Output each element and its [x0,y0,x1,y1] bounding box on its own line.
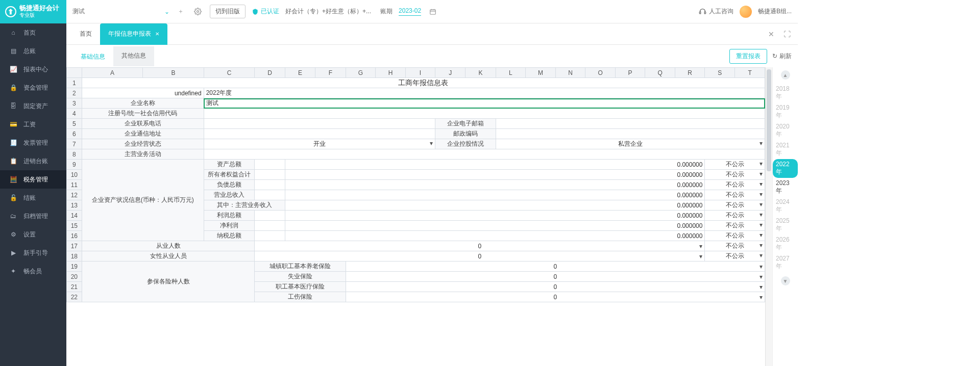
row-header[interactable]: 19 [67,262,82,272]
row-header[interactable]: 16 [67,231,82,241]
col-header[interactable]: T [735,68,765,78]
cell[interactable] [255,180,285,190]
cell[interactable] [255,221,285,231]
period-value[interactable]: 2023-02 [399,7,421,16]
row-header[interactable]: 1 [67,78,82,88]
cell[interactable] [255,190,285,200]
col-header[interactable]: G [346,68,376,78]
nav-item-11[interactable]: ⚙设置 [0,225,66,244]
row-header[interactable]: 10 [67,170,82,180]
col-header[interactable]: P [615,68,645,78]
calendar-icon[interactable] [427,6,438,17]
disclosure-select[interactable]: 不公示 [705,251,765,262]
add-icon[interactable]: ＋ [176,5,186,18]
nav-item-8[interactable]: 🧮税务管理 [0,170,66,189]
spreadsheet[interactable]: ABCDEFGHIJKLMNOPQRST1工商年报信息表2undefined20… [66,67,765,366]
cell[interactable] [496,119,765,129]
disclosure-select[interactable]: 不公示 [705,211,765,221]
tab-annual-report[interactable]: 年报信息申报表 ✕ [100,23,167,45]
row-header[interactable]: 15 [67,221,82,231]
tab-home[interactable]: 首页 [71,23,100,45]
year-item[interactable]: 2021年 [773,140,798,159]
row-header[interactable]: 4 [67,109,82,119]
year-item[interactable]: 2022年 [773,159,798,178]
cell[interactable]: 0 [255,251,705,262]
row-header[interactable]: 5 [67,119,82,129]
cell[interactable] [496,129,765,139]
close-icon[interactable]: ✕ [155,31,159,37]
row-header[interactable]: 18 [67,251,82,262]
cell[interactable] [255,160,285,170]
nav-item-10[interactable]: 🗂归档管理 [0,207,66,225]
avatar[interactable] [740,6,752,18]
nav-item-2[interactable]: 📈报表中心 [0,60,66,79]
switch-old-button[interactable]: 切到旧版 [210,5,246,18]
nav-item-4[interactable]: 🗄固定资产 [0,97,66,115]
cell[interactable] [255,211,285,221]
row-header[interactable]: 12 [67,190,82,200]
row-header[interactable]: 21 [67,282,82,292]
nav-item-7[interactable]: 📋进销台账 [0,152,66,170]
year-up-arrow[interactable]: ▲ [781,70,790,80]
col-header[interactable]: D [255,68,285,78]
nav-item-0[interactable]: ⌂首页 [0,23,66,42]
sub-tab-basic[interactable]: 基础信息 [72,46,113,66]
cell[interactable] [204,129,435,139]
year-item[interactable]: 2019年 [773,102,798,121]
cell[interactable]: 0.000000 [285,221,705,231]
company-name-cell[interactable]: 测试 [204,98,765,109]
nav-item-6[interactable]: 🧾发票管理 [0,134,66,152]
row-header[interactable]: 22 [67,292,82,302]
col-header[interactable]: K [465,68,496,78]
cell[interactable] [204,119,435,129]
cell[interactable]: 0 [346,282,765,292]
year-item[interactable]: 2020年 [773,121,798,140]
disclosure-select[interactable]: 不公示 [705,241,765,251]
row-header[interactable]: 7 [67,139,82,149]
cell[interactable]: 0 [346,262,765,272]
cell[interactable]: 2022年度 [204,88,765,98]
nav-item-9[interactable]: 🔓结账 [0,189,66,207]
cell[interactable]: 0 [255,241,705,251]
row-header[interactable]: 17 [67,241,82,251]
year-down-arrow[interactable]: ▼ [781,276,790,285]
cell[interactable]: 0.000000 [285,190,705,200]
cell[interactable]: 0 [346,272,765,282]
row-header[interactable]: 3 [67,98,82,109]
row-header[interactable]: 6 [67,129,82,139]
disclosure-select[interactable]: 不公示 [705,180,765,190]
cell[interactable]: 0.000000 [285,170,705,180]
disclosure-select[interactable]: 不公示 [705,190,765,200]
row-header[interactable]: 14 [67,211,82,221]
col-header[interactable]: O [585,68,616,78]
row-header[interactable]: 2 [67,88,82,98]
disclosure-select[interactable]: 不公示 [705,160,765,170]
row-header[interactable]: 9 [67,160,82,170]
cell[interactable] [204,109,765,119]
row-header[interactable]: 20 [67,272,82,282]
nav-item-13[interactable]: ✦畅会员 [0,262,66,280]
cell[interactable]: 0.000000 [285,200,705,211]
disclosure-select[interactable]: 不公示 [705,170,765,180]
biz-status-select[interactable]: 开业 [204,139,435,149]
refresh-button[interactable]: ↻ 刷新 [772,52,792,61]
close-all-icon[interactable]: ✕ [766,28,776,40]
cell[interactable]: 0 [346,292,765,302]
disclosure-select[interactable]: 不公示 [705,221,765,231]
holding-select[interactable]: 私营企业 [496,139,765,149]
cell[interactable] [255,231,285,241]
col-header[interactable]: B [143,68,204,78]
col-header[interactable]: I [405,68,435,78]
cell[interactable]: 0.000000 [285,160,705,170]
col-header[interactable]: R [675,68,705,78]
user-name[interactable]: 畅捷通B组... [758,7,792,16]
year-item[interactable]: 2018年 [773,84,798,102]
col-header[interactable]: L [496,68,525,78]
cell[interactable]: 0.000000 [285,211,705,221]
disclosure-select[interactable]: 不公示 [705,231,765,241]
cell[interactable] [204,149,765,160]
fullscreen-icon[interactable]: ⛶ [781,28,793,40]
row-header[interactable]: 8 [67,149,82,160]
col-header[interactable]: A [82,68,142,78]
nav-item-1[interactable]: ▤总账 [0,42,66,60]
